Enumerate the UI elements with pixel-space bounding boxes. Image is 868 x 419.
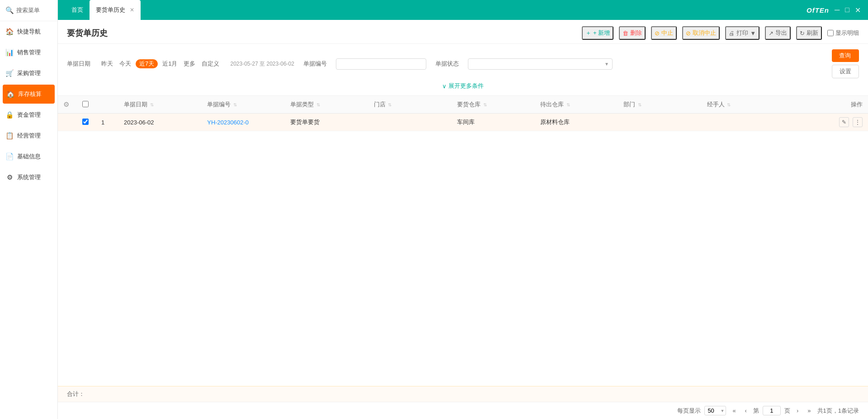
td-no: 1 (96, 114, 118, 131)
settings-button[interactable]: 设置 (832, 65, 859, 78)
basic-info-icon: 📄 (5, 152, 14, 161)
export-button[interactable]: ↗ 导出 (765, 26, 791, 40)
sidebar-item-basic-info[interactable]: 📄 基础信息 (0, 146, 57, 167)
cancel-stop-icon: ⊘ (686, 30, 691, 37)
date-recent7[interactable]: 近7天 (136, 59, 158, 68)
th-dept[interactable]: 部门 ⇅ (618, 96, 701, 114)
new-button[interactable]: ＋ + 新增 (582, 26, 613, 40)
tab-close-icon[interactable]: ✕ (130, 7, 134, 13)
page-size-select[interactable]: 50 10 20 100 (704, 406, 726, 415)
toolbar: ＋ + 新增 🗑 删除 ⊘ 中止 ⊘ 取消中止 🖨 打印 ▼ ↗ (582, 26, 859, 40)
last-page-btn[interactable]: » (805, 406, 813, 415)
td-store (368, 114, 452, 131)
date-recent1month[interactable]: 近1月 (160, 59, 179, 68)
sidebar-item-finance[interactable]: 🔒 资金管理 (0, 105, 57, 125)
page-title: 要货单历史 (67, 28, 108, 38)
td-order-no: YH-20230602-0 (202, 114, 285, 131)
table-head: ⚙ 单据日期 ⇅ 单据编号 ⇅ 单据类型 (58, 96, 868, 114)
delete-button[interactable]: 🗑 删除 (619, 26, 646, 40)
table-container: ⚙ 单据日期 ⇅ 单据编号 ⇅ 单据类型 (58, 96, 868, 386)
export-icon: ↗ (769, 30, 774, 37)
topbar-right: OfTEn ─ □ ✕ (807, 6, 861, 14)
summary-row: 合计： (58, 386, 868, 402)
td-handler (702, 114, 785, 131)
sidebar-item-label: 快捷导航 (17, 28, 41, 36)
order-no-input[interactable] (336, 58, 426, 70)
select-all-checkbox[interactable] (82, 101, 89, 107)
next-page-btn[interactable]: › (794, 406, 801, 415)
page-size-wrapper: 50 10 20 100 (704, 406, 726, 415)
sidebar-item-label: 库存核算 (18, 90, 42, 98)
window-close-icon[interactable]: ✕ (855, 6, 861, 14)
table-row: 1 2023-06-02 YH-20230602-0 要货单要货 (58, 114, 868, 131)
sidebar-item-inventory[interactable]: 🏠 库存核算 (3, 85, 55, 104)
sidebar-item-label: 基础信息 (17, 152, 41, 161)
stop-icon: ⊘ (655, 30, 660, 37)
td-settings (58, 114, 77, 131)
new-icon: ＋ (585, 29, 591, 37)
th-store[interactable]: 门店 ⇅ (368, 96, 452, 114)
search-icon: 🔍 (5, 6, 14, 14)
status-select-wrapper (468, 58, 613, 70)
first-page-btn[interactable]: « (730, 406, 738, 415)
sidebar-item-quick-nav[interactable]: 🏠 快捷导航 (0, 21, 57, 42)
sidebar-item-operations[interactable]: 📋 经营管理 (0, 125, 57, 146)
th-order-type[interactable]: 单据类型 ⇅ (285, 96, 368, 114)
maximize-icon[interactable]: □ (845, 6, 849, 14)
td-ops: ✎ ⋮ (785, 114, 868, 131)
print-dropdown-icon: ▼ (750, 30, 756, 37)
th-no (96, 96, 118, 114)
th-req-warehouse[interactable]: 要货仓库 ⇅ (452, 96, 535, 114)
tab-order-history[interactable]: 要货单历史 ✕ (90, 0, 141, 20)
query-button[interactable]: 查询 (832, 49, 859, 62)
sidebar-item-sales[interactable]: 📊 销售管理 (0, 42, 57, 63)
page-size-label: 每页显示 (677, 407, 701, 415)
td-date: 2023-06-02 (118, 114, 202, 131)
status-select[interactable] (468, 58, 613, 70)
topbar: 首页 要货单历史 ✕ OfTEn ─ □ ✕ (58, 0, 868, 20)
td-dept (618, 114, 701, 131)
sort-dept-icon: ⇅ (638, 102, 642, 107)
th-date[interactable]: 单据日期 ⇅ (118, 96, 202, 114)
sidebar-search[interactable]: 🔍 搜索菜单 (0, 0, 57, 21)
page-input[interactable] (763, 406, 781, 415)
row-edit-button[interactable]: ✎ (839, 117, 849, 127)
sidebar-search-label: 搜索菜单 (16, 6, 40, 14)
order-no-label: 单据编号 (303, 60, 327, 68)
row-more-button[interactable]: ⋮ (853, 117, 863, 127)
finance-icon: 🔒 (5, 111, 14, 119)
operations-icon: 📋 (5, 132, 14, 140)
print-button[interactable]: 🖨 打印 ▼ (725, 26, 760, 40)
gear-icon[interactable]: ⚙ (63, 100, 69, 108)
filter-area: 单据日期 昨天 今天 近7天 近1月 更多 自定义 2023-05-27 至 2… (58, 44, 868, 96)
th-order-no[interactable]: 单据编号 ⇅ (202, 96, 285, 114)
order-no-link[interactable]: YH-20230602-0 (207, 119, 249, 126)
expand-more-btn[interactable]: ∨ 展开更多条件 (442, 82, 484, 90)
td-req-warehouse: 车间库 (452, 114, 535, 131)
tab-home[interactable]: 首页 (65, 0, 90, 20)
sidebar-item-purchase[interactable]: 🛒 采购管理 (0, 63, 57, 84)
inventory-icon: 🏠 (6, 90, 14, 98)
minimize-icon[interactable]: ─ (835, 6, 840, 14)
purchase-icon: 🛒 (5, 69, 14, 77)
row-checkbox[interactable] (82, 119, 89, 125)
date-more[interactable]: 更多 (182, 59, 197, 68)
show-detail-toggle[interactable]: 显示明细 (827, 29, 859, 37)
sidebar-item-system[interactable]: ⚙ 系统管理 (0, 167, 57, 188)
th-checkbox (77, 96, 96, 114)
date-label: 单据日期 (67, 60, 90, 68)
row-ops: ✎ ⋮ (790, 117, 863, 127)
th-dest-warehouse[interactable]: 待出仓库 ⇅ (535, 96, 618, 114)
date-custom[interactable]: 自定义 (200, 59, 221, 68)
show-detail-checkbox[interactable] (827, 30, 834, 36)
prev-page-btn[interactable]: ‹ (742, 406, 750, 415)
date-today[interactable]: 今天 (118, 59, 133, 68)
summary-label: 合计： (67, 390, 85, 398)
stop-button[interactable]: ⊘ 中止 (651, 26, 677, 40)
cancel-stop-button[interactable]: ⊘ 取消中止 (682, 26, 720, 40)
refresh-button[interactable]: ↻ 刷新 (796, 26, 822, 40)
td-order-type: 要货单要货 (285, 114, 368, 131)
date-yesterday[interactable]: 昨天 (99, 59, 115, 68)
date-range: 2023-05-27 至 2023-06-02 (230, 60, 294, 68)
th-handler[interactable]: 经手人 ⇅ (702, 96, 785, 114)
